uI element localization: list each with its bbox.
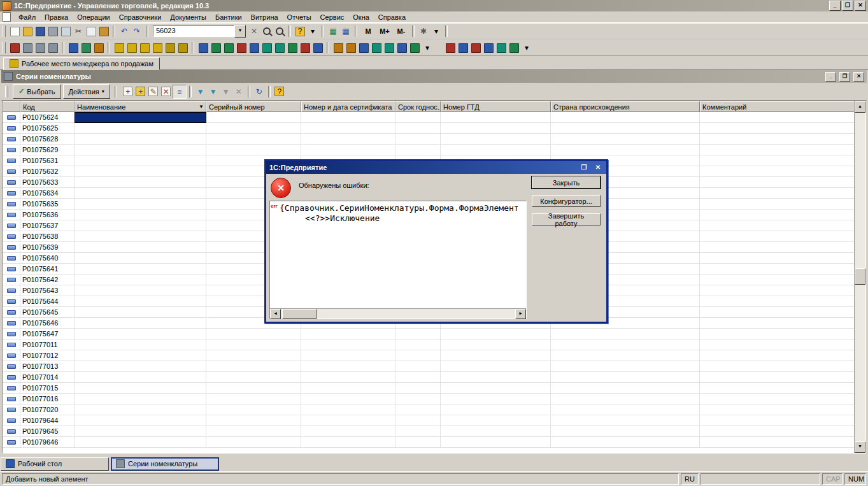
cell[interactable] [75,166,206,177]
cell[interactable] [206,415,301,426]
price-setting-icon[interactable] [332,41,345,54]
cell[interactable] [75,285,206,296]
cell[interactable] [206,437,301,448]
code-cell[interactable]: P01075633 [20,177,75,188]
cell[interactable] [395,394,441,404]
marker-cell[interactable] [3,350,20,361]
cell[interactable] [206,329,301,339]
document-copy-icon[interactable] [46,41,59,54]
cell[interactable] [301,123,395,134]
cell[interactable] [75,155,206,166]
cut-icon[interactable]: ✂ [72,25,85,38]
table-row[interactable]: P01075647 [3,329,855,339]
print-document-icon[interactable] [21,41,34,54]
cell[interactable] [700,242,855,253]
marker-cell[interactable] [3,372,20,383]
money-transfer-icon[interactable] [164,41,176,54]
code-cell[interactable]: P01075643 [20,285,75,296]
table-row[interactable]: P01077011 [3,339,855,350]
marker-cell[interactable] [3,199,20,210]
code-cell[interactable]: P01075646 [20,318,75,329]
minimize-button[interactable]: _ [829,1,841,11]
cell[interactable] [700,112,855,123]
cell[interactable] [75,437,206,448]
quick-tips-caret-icon[interactable]: ▾ [306,25,319,38]
table-row[interactable]: P01077012 [3,350,855,361]
filter-history-icon[interactable]: ▼ [220,85,232,98]
column-header-4[interactable]: Номер и дата сертификата [301,101,395,112]
table-row[interactable]: P01079646 [3,437,855,448]
column-header-1[interactable]: Код [20,101,75,112]
add-group-icon[interactable]: + [134,85,147,98]
code-cell[interactable]: P01077011 [20,339,75,350]
toolbar-grip[interactable] [3,25,6,37]
scroll-left-button[interactable]: ◀ [270,309,281,319]
cell[interactable] [441,415,551,426]
cell[interactable] [441,394,551,404]
marker-cell[interactable] [3,210,20,220]
code-cell[interactable]: P01075624 [20,112,75,123]
service-settings-icon[interactable]: ✱ [417,25,430,38]
code-cell[interactable]: P01075635 [20,199,75,210]
code-cell[interactable]: P01075636 [20,210,75,220]
crm-tasks-icon[interactable] [495,41,508,54]
code-cell[interactable]: P01077012 [20,350,75,361]
help-icon[interactable]: ? [273,85,286,98]
green-guide-icon[interactable] [508,41,520,54]
cell[interactable] [700,296,855,307]
cell[interactable] [551,350,700,361]
cell[interactable] [395,339,441,350]
crm-contacts-icon[interactable] [457,41,469,54]
show-calc-board-icon[interactable]: ▦ [339,25,352,38]
cell[interactable] [75,123,206,134]
marker-cell[interactable] [3,264,20,275]
cell[interactable] [395,415,441,426]
cell[interactable] [75,394,206,404]
cell[interactable] [75,145,206,155]
cash-expense-icon[interactable] [125,41,138,54]
purchases-report-icon[interactable] [370,41,383,54]
marker-cell[interactable] [3,112,20,123]
code-cell[interactable]: P01077016 [20,394,75,404]
menu-item-4[interactable]: Документы [166,12,211,22]
cell[interactable] [75,361,206,372]
cell[interactable] [75,210,206,220]
child-close-button[interactable]: ✕ [853,72,864,82]
marker-cell[interactable] [3,339,20,350]
cell[interactable] [395,145,441,155]
code-cell[interactable]: P01075634 [20,188,75,199]
customer-order-icon[interactable] [197,41,210,54]
marker-cell[interactable] [3,134,20,145]
memory-subtract-button[interactable]: M- [393,25,409,38]
cell[interactable] [206,426,301,437]
invoice-payment-icon[interactable] [151,41,164,54]
code-cell[interactable]: P01075629 [20,145,75,155]
cell[interactable] [441,339,551,350]
cell[interactable] [301,437,395,448]
goods-transfer-icon[interactable] [260,41,273,54]
quick-tips-icon[interactable]: ? [294,25,306,38]
code-cell[interactable]: P01075642 [20,275,75,285]
cell[interactable] [395,134,441,145]
marker-cell[interactable] [3,383,20,394]
column-header-5[interactable]: Срок годнос... [395,101,441,112]
cell[interactable] [551,134,700,145]
print-preview-icon[interactable] [59,25,72,38]
marker-cell[interactable] [3,242,20,253]
save-icon[interactable] [34,25,46,38]
report-journal-icon[interactable] [8,41,21,54]
counterparties-icon[interactable] [67,41,80,54]
cell[interactable] [75,220,206,231]
cell[interactable] [551,339,700,350]
undo-icon[interactable]: ↶ [118,25,131,38]
marker-cell[interactable] [3,404,20,415]
cell[interactable] [75,199,206,210]
copy-icon[interactable] [85,25,97,38]
cell[interactable] [75,404,206,415]
sales-report-icon[interactable] [357,41,370,54]
code-cell[interactable]: P01075640 [20,253,75,264]
marker-cell[interactable] [3,285,20,296]
table-row[interactable]: P01079645 [3,426,855,437]
vertical-scrollbar[interactable]: ▲ ▼ [854,101,865,453]
toolbar-grip[interactable] [5,86,8,97]
